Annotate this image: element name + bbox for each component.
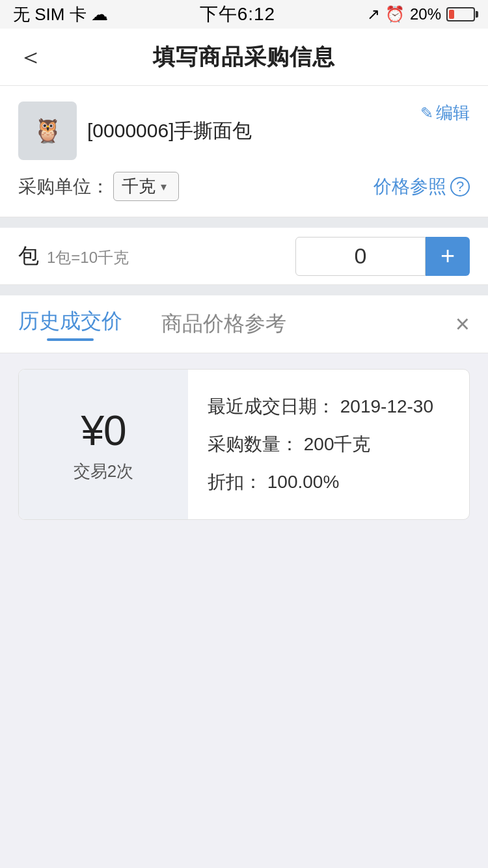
price-left-panel: ¥0 交易2次 [19, 370, 188, 519]
product-header: 🦉 [0000006]手撕面包 ✎ 编辑 [18, 102, 470, 160]
tabs-close-button[interactable]: × [455, 310, 470, 338]
quantity-input[interactable]: 0 [295, 237, 426, 276]
quantity-row: 包 1包=10千克 0 + [0, 228, 488, 285]
recent-date-value: 2019-12-30 [340, 396, 433, 416]
edit-icon: ✎ [420, 104, 433, 122]
status-bar: 无 SIM 卡 ☁ 下午6:12 ↗ ⏰ 20% [0, 0, 488, 29]
price-amount: ¥0 [81, 407, 126, 455]
qty-label-section: 包 1包=10千克 [18, 242, 129, 271]
tab-product-price-ref[interactable]: 商品价格参考 [161, 310, 286, 338]
price-ref-label: 价格参照 [373, 174, 446, 199]
tab-history-price[interactable]: 历史成交价 [18, 307, 122, 341]
purchase-qty-row: 采购数量： 200千克 [208, 431, 450, 458]
product-unit-row: 采购单位： 千克 ▾ 价格参照 ? [18, 172, 470, 201]
unit-value: 千克 [122, 175, 156, 198]
tabs-row: 历史成交价 商品价格参考 × [0, 295, 488, 353]
recent-date-row: 最近成交日期： 2019-12-30 [208, 393, 450, 420]
price-trades: 交易2次 [74, 460, 133, 483]
product-name: [0000006]手撕面包 [87, 118, 252, 144]
product-logo-icon: 🦉 [33, 117, 62, 144]
purchase-qty-value: 200千克 [304, 434, 371, 454]
discount-label: 折扣： [208, 472, 262, 492]
battery-percent: 20% [410, 5, 441, 23]
price-card-area: ¥0 交易2次 最近成交日期： 2019-12-30 采购数量： 200千克 折… [0, 353, 488, 536]
signal-text: 无 SIM 卡 ☁ [13, 3, 108, 26]
discount-row: 折扣： 100.00% [208, 468, 450, 496]
unit-dropdown[interactable]: 千克 ▾ [113, 172, 179, 201]
unit-label: 采购单位： [18, 174, 109, 199]
status-time: 下午6:12 [200, 2, 276, 27]
unit-select-area: 采购单位： 千克 ▾ [18, 172, 179, 201]
alarm-icon: ⏰ [385, 5, 405, 23]
product-thumbnail: 🦉 [18, 102, 77, 160]
tab-history-label: 历史成交价 [18, 307, 122, 336]
qty-input-section: 0 + [295, 237, 470, 276]
tabs-left: 历史成交价 商品价格参考 [18, 307, 286, 341]
edit-label: 编辑 [436, 102, 470, 124]
qty-conversion-label: 1包=10千克 [47, 247, 129, 268]
price-right-panel: 最近成交日期： 2019-12-30 采购数量： 200千克 折扣： 100.0… [188, 370, 469, 519]
section-divider [0, 217, 488, 228]
qty-unit-label: 包 [18, 242, 39, 271]
page-title: 填写商品采购信息 [153, 42, 335, 72]
price-reference-button[interactable]: 价格参照 ? [373, 174, 470, 199]
tab-active-indicator [47, 338, 94, 341]
edit-button[interactable]: ✎ 编辑 [420, 102, 470, 124]
quantity-plus-button[interactable]: + [426, 237, 470, 276]
back-button[interactable]: ＜ [18, 40, 43, 74]
recent-date-label: 最近成交日期： [208, 396, 335, 416]
tabs-section: 历史成交价 商品价格参考 × [0, 295, 488, 353]
nav-bar: ＜ 填写商品采购信息 [0, 29, 488, 86]
price-card: ¥0 交易2次 最近成交日期： 2019-12-30 采购数量： 200千克 折… [18, 369, 470, 520]
bottom-space [0, 536, 488, 868]
tab-price-ref-label: 商品价格参考 [161, 310, 286, 338]
location-icon: ↗ [367, 5, 380, 23]
help-icon: ? [450, 177, 470, 197]
product-card: 🦉 [0000006]手撕面包 ✎ 编辑 采购单位： 千克 ▾ 价格参照 ? [0, 86, 488, 217]
product-info-row: 🦉 [0000006]手撕面包 [18, 102, 252, 160]
discount-value: 100.00% [267, 472, 340, 492]
status-right: ↗ ⏰ 20% [367, 5, 475, 23]
status-left: 无 SIM 卡 ☁ [13, 3, 108, 26]
section-divider-2 [0, 285, 488, 295]
purchase-qty-label: 采购数量： [208, 434, 299, 454]
dropdown-arrow-icon: ▾ [161, 180, 167, 194]
battery-icon [446, 7, 475, 21]
